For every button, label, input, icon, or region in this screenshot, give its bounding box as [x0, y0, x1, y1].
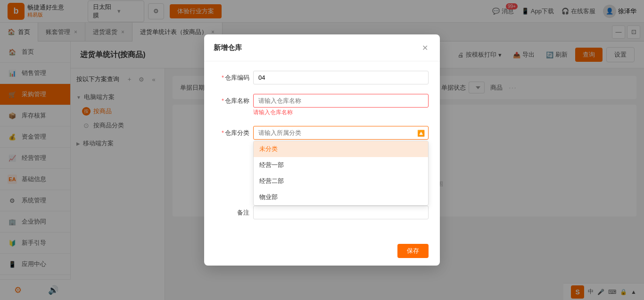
- dropdown-item-uncategorized[interactable]: 未分类: [254, 141, 428, 157]
- category-label: 仓库分类: [215, 126, 253, 137]
- name-control: 请输入仓库名称: [253, 94, 429, 117]
- code-label: 仓库编码: [215, 71, 253, 82]
- dialog-overlay[interactable]: 新增仓库 ✕ 仓库编码 仓库名称 请输入仓库名称 仓库分类: [0, 0, 644, 300]
- dropdown-item-dept2[interactable]: 经营二部: [254, 173, 428, 189]
- name-input[interactable]: [253, 94, 429, 108]
- category-dropdown: 未分类 经营一部 经营二部 物业部: [253, 141, 429, 206]
- dropdown-item-dept3[interactable]: 物业部: [254, 189, 428, 205]
- new-warehouse-dialog: 新增仓库 ✕ 仓库编码 仓库名称 请输入仓库名称 仓库分类: [204, 34, 440, 266]
- code-input[interactable]: [253, 71, 429, 84]
- name-error-msg: 请输入仓库名称: [253, 108, 429, 117]
- remarks-label: 备注: [215, 206, 253, 217]
- category-input[interactable]: [253, 126, 429, 140]
- dropdown-item-dept1[interactable]: 经营一部: [254, 157, 428, 173]
- category-control: 🔼: [253, 126, 429, 140]
- dialog-body: 仓库编码 仓库名称 请输入仓库名称 仓库分类 🔼: [204, 61, 440, 238]
- code-field-row: 仓库编码: [215, 71, 429, 84]
- save-button[interactable]: 保存: [397, 244, 429, 258]
- remarks-input[interactable]: [253, 206, 429, 219]
- dialog-header: 新增仓库 ✕: [204, 34, 440, 61]
- category-toggle-icon[interactable]: 🔼: [417, 129, 425, 136]
- name-label: 仓库名称: [215, 94, 253, 105]
- name-field-row: 仓库名称 请输入仓库名称: [215, 94, 429, 117]
- dialog-title: 新增仓库: [214, 43, 242, 52]
- code-control: [253, 71, 429, 84]
- remarks-field-row: 备注: [215, 206, 429, 219]
- remarks-control: [253, 206, 429, 219]
- dialog-footer: 保存: [204, 238, 440, 266]
- dialog-close-button[interactable]: ✕: [419, 42, 430, 53]
- category-field-row: 仓库分类 🔼 未分类 经营一部 经营二部 物业部: [215, 126, 429, 140]
